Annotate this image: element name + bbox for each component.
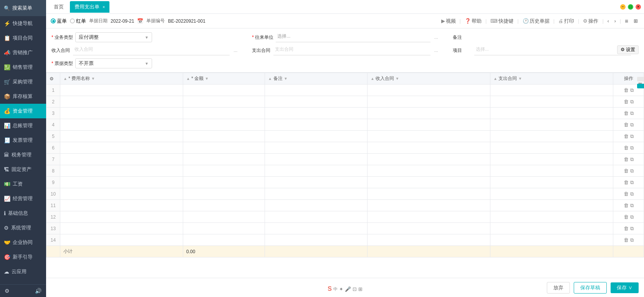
row-11-delete-icon[interactable]: 🗑 <box>624 202 629 208</box>
info-button[interactable]: 信息 <box>637 84 644 88</box>
row-14-remark[interactable] <box>265 234 368 246</box>
action-history[interactable]: 🕐 历史单据 <box>521 17 551 25</box>
counterpart-input[interactable]: 选择... <box>276 32 430 42</box>
expense-contract-input[interactable]: 支出合同 <box>273 45 430 55</box>
row-13-expense-name[interactable] <box>60 223 183 234</box>
radio-red[interactable]: 红单 <box>70 18 86 25</box>
row-7-expense-name[interactable] <box>60 154 183 165</box>
row-11-income-contract[interactable] <box>367 200 490 211</box>
row-12-expense-name[interactable] <box>60 211 183 223</box>
row-8-income-contract[interactable] <box>367 165 490 177</box>
minimize-button[interactable]: − <box>620 4 626 10</box>
row-14-amount[interactable] <box>183 234 265 246</box>
row-2-expense-contract[interactable] <box>490 96 613 108</box>
row-1-delete-icon[interactable]: 🗑 <box>624 87 629 93</box>
col-settings[interactable]: ⚙ <box>46 73 60 85</box>
sidebar-item-tax[interactable]: 🏛税务管理 <box>0 148 46 162</box>
row-14-delete-icon[interactable]: 🗑 <box>624 237 629 243</box>
row-6-delete-icon[interactable]: 🗑 <box>624 145 629 151</box>
row-1-copy-icon[interactable]: ⧉ <box>630 87 634 93</box>
row-9-expense-name[interactable] <box>60 177 183 188</box>
project-input[interactable]: 选择... <box>474 45 631 55</box>
action-operations[interactable]: ⚙ 操作 <box>581 17 600 25</box>
row-5-copy-icon[interactable]: ⧉ <box>630 133 634 139</box>
action-print[interactable]: 🖨 打印 <box>557 17 576 25</box>
row-11-amount[interactable] <box>183 200 265 211</box>
business-type-select[interactable]: 应付调整 ▼ <box>75 32 152 42</box>
row-4-expense-contract[interactable] <box>490 119 613 131</box>
row-3-expense-contract[interactable] <box>490 108 613 119</box>
row-9-remark[interactable] <box>265 177 368 188</box>
row-13-income-contract[interactable] <box>367 223 490 234</box>
col-income-sort-down[interactable]: ▼ <box>396 76 399 81</box>
sidebar-item-marketing[interactable]: 📣营销推广 <box>0 45 46 60</box>
row-5-delete-icon[interactable]: 🗑 <box>624 133 629 139</box>
row-14-income-contract[interactable] <box>367 234 490 246</box>
nav-next[interactable]: › <box>613 18 618 25</box>
sidebar-item-ledger[interactable]: 📊总账管理 <box>0 118 46 133</box>
row-11-remark[interactable] <box>265 200 368 211</box>
expense-contract-dots[interactable]: ... <box>434 48 438 53</box>
row-13-expense-contract[interactable] <box>490 223 613 234</box>
row-2-delete-icon[interactable]: 🗑 <box>624 99 629 105</box>
row-4-copy-icon[interactable]: ⧉ <box>630 122 634 128</box>
row-3-copy-icon[interactable]: ⧉ <box>630 110 634 116</box>
row-7-amount[interactable] <box>183 154 265 165</box>
radio-blue[interactable]: 蓝单 <box>51 18 67 25</box>
sidebar-item-cloud[interactable]: ☁云应用 <box>0 264 46 279</box>
row-12-amount[interactable] <box>183 211 265 223</box>
sidebar-item-enterprise[interactable]: 🤝企业协同 <box>0 235 46 250</box>
row-7-copy-icon[interactable]: ⧉ <box>630 156 634 163</box>
row-8-delete-icon[interactable]: 🗑 <box>624 168 629 174</box>
row-1-expense-contract[interactable] <box>490 85 613 96</box>
row-6-copy-icon[interactable]: ⧉ <box>630 145 634 151</box>
row-8-copy-icon[interactable]: ⧉ <box>630 168 634 174</box>
row-1-amount[interactable] <box>183 85 265 96</box>
row-7-delete-icon[interactable]: 🗑 <box>624 156 629 162</box>
sidebar-item-purchase[interactable]: 🛒采购管理 <box>0 75 46 89</box>
row-6-amount[interactable] <box>183 142 265 154</box>
row-10-copy-icon[interactable]: ⧉ <box>630 191 634 197</box>
income-contract-input[interactable]: 收入合同 <box>73 45 230 55</box>
row-10-income-contract[interactable] <box>367 188 490 200</box>
row-3-remark[interactable] <box>265 108 368 119</box>
sidebar-item-fund[interactable]: 💰资金管理 <box>0 104 46 118</box>
row-6-expense-name[interactable] <box>60 142 183 154</box>
row-12-copy-icon[interactable]: ⧉ <box>630 214 634 220</box>
row-14-copy-icon[interactable]: ⧉ <box>630 237 634 243</box>
row-5-income-contract[interactable] <box>367 131 490 142</box>
row-14-expense-name[interactable] <box>60 234 183 246</box>
view-list-icon[interactable]: ≡ <box>623 17 630 25</box>
sidebar-item-guide[interactable]: 🎯新手引导 <box>0 250 46 264</box>
set-button[interactable]: ⚙ 设置 <box>617 45 639 54</box>
tab-expense[interactable]: 费用支出单× <box>70 1 109 13</box>
sidebar-item-basic-info[interactable]: ℹ基础信息 <box>0 206 46 221</box>
col-expense-name-sort-down[interactable]: ▼ <box>91 76 95 81</box>
row-13-delete-icon[interactable]: 🗑 <box>624 226 629 231</box>
audio-icon[interactable]: 🔊 <box>35 288 41 294</box>
sidebar-item-sales[interactable]: 💹销售管理 <box>0 60 46 75</box>
sidebar-item-salary[interactable]: 💵工资 <box>0 177 46 191</box>
col-income-sort-up[interactable]: ▲ <box>371 76 374 81</box>
row-6-expense-contract[interactable] <box>490 142 613 154</box>
row-4-expense-name[interactable] <box>60 119 183 131</box>
row-2-amount[interactable] <box>183 96 265 108</box>
row-9-income-contract[interactable] <box>367 177 490 188</box>
row-6-remark[interactable] <box>265 142 368 154</box>
settings-icon[interactable]: ⚙ <box>5 288 10 294</box>
row-10-expense-name[interactable] <box>60 188 183 200</box>
sidebar-item-fixed-assets[interactable]: 🏗固定资产 <box>0 162 46 177</box>
col-amount-sort-up[interactable]: ▲ <box>186 76 190 81</box>
tab-expense-close[interactable]: × <box>103 5 105 9</box>
row-10-expense-contract[interactable] <box>490 188 613 200</box>
row-2-copy-icon[interactable]: ⧉ <box>630 99 634 105</box>
col-expense-sort-up[interactable]: ▲ <box>493 76 497 81</box>
row-3-amount[interactable] <box>183 108 265 119</box>
row-10-amount[interactable] <box>183 188 265 200</box>
row-14-expense-contract[interactable] <box>490 234 613 246</box>
row-4-income-contract[interactable] <box>367 119 490 131</box>
row-8-remark[interactable] <box>265 165 368 177</box>
row-7-remark[interactable] <box>265 154 368 165</box>
row-5-remark[interactable] <box>265 131 368 142</box>
action-shortcut[interactable]: ⌨ 快捷键 <box>489 17 515 25</box>
